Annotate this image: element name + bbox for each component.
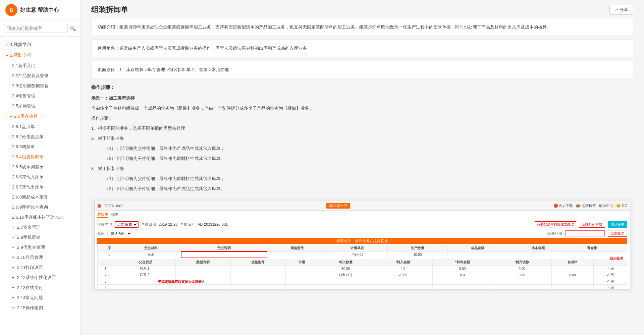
step3: 3、对于拆装业务 [91,164,633,173]
intro-block-1: 功能介绍：组装拆卸单用来处理企业组装或拆卸等加工业务，支持有固定装配清单的产品加… [91,18,633,36]
search-icon[interactable]: 🔍 [70,25,76,32]
screenshot-container: ⬤ TEST-H002 冻晶霜一方 🔴 App下载 📦 运营检查 帮助中心 😊 … [91,198,633,292]
sidebar-item-video[interactable]: + 1.视频学习 [0,39,80,50]
content-area: 功能介绍：组装拆卸单用来处理企业组装或拆卸等加工业务，支持有固定装配清单的产品加… [80,18,644,335]
step2: 2、对于组装业务 [91,134,633,143]
step2-2: （2）下部明细为子件明细，最终作为原材料生成其它出库单。 [105,154,633,163]
sidebar-item-264[interactable]: 2.6.4组装拆卸单 [0,152,80,162]
sidebar-item-210[interactable]: + 2.10经营管理 [0,253,80,263]
step3-1: （1）上部明细为父件明细，最终作为原材料生成其它出库单； [105,174,633,183]
sim-apply-btn[interactable]: 立案处理 [608,230,627,237]
minus-icon: − [5,53,8,58]
sim-table-bottom: +父交货品数据列明规格型号计量料入数量*料入金额*料出金额*赠用次数如期M 1联… [97,259,627,289]
ann-label-3: 启用处理 [610,256,623,261]
sidebar-item-2610[interactable]: 2.6.10库存账本错了怎么办 [0,212,80,222]
sim-confirm-btn[interactable]: 确认存单 [608,221,627,228]
sidebar-item-268[interactable]: 2.6.8商品成本重算 [0,192,80,202]
sim-business-type[interactable]: 组装 拆卸 [115,221,139,228]
logo-area: 6 好生意 帮助中心 [0,0,80,20]
sidebar-item-26[interactable]: − 2.6库存核算 [0,111,80,122]
main-header: 组装拆卸单 ↗ 分享 [80,0,644,18]
sim-topbar: ⬤ TEST-H002 冻晶霜一方 🔴 App下载 📦 运营检查 帮助中心 😊 … [95,201,630,211]
sidebar-item-21[interactable]: 2.1新手入门 [0,61,80,71]
sidebar-item-29[interactable]: + 2.9优惠券管理 [0,242,80,253]
sidebar-item-23[interactable]: 2.3使用前数据准备 [0,81,80,91]
sidebar-item-22[interactable]: 2.2产品安装及登录 [0,71,80,81]
scene1-title: 场景一：加工类型选择 [91,94,633,103]
ann-label-1: 有装配清单的在这里处理 [535,221,576,227]
main-panel: 组装拆卸单 ↗ 分享 功能介绍：组装拆卸单用来处理企业组装或拆卸等加工业务，支持… [80,0,644,335]
sidebar-item-263[interactable]: 2.6.3调拨单 [0,142,80,152]
sidebar-item-212[interactable]: + 2.12系统个性化设置 [0,273,80,283]
sim-table-top: 序父交材料父交说明规格型号计量单位生产数量成品金额成本金额可仓量 1 米术 个(… [97,245,627,258]
sidebar-item-27[interactable]: + 2.7资金管理 [0,222,80,232]
sidebar-item-docs[interactable]: − 2.帮助文档 [0,50,80,61]
sidebar-item-215[interactable]: + 2.15操作案例 [0,303,80,313]
sim-tab-active: 新建单 [97,212,108,218]
sidebar-item-28[interactable]: + 2.8手机旺铺 [0,232,80,242]
sim-warehouse[interactable]: 默认仓库 [107,231,132,236]
sim-select-bill-btn[interactable]: 选择拆卸单据 [579,221,605,228]
ops-title: 操作步骤： [91,114,633,123]
sim-warehouse-use[interactable] [565,230,605,236]
steps-title: 操作步骤： [91,85,633,91]
logo-icon: 6 [5,4,17,16]
sim-tab-list: 列表 [111,212,118,217]
sim-type-toggle-bar: 组装业务、拆卸业务在这里切换 [97,238,627,244]
scene1-desc: 当由多个子件材料组装成一个成品的业务为【组装】业务，当由一个父件拆分成多个子产品… [91,104,633,113]
sidebar-nav: + 1.视频学习 − 2.帮助文档 2.1新手入门 2.2产品安装及登录 2.3… [0,37,80,335]
sim-org-badge: 冻晶霜一方 [326,203,350,209]
sidebar-item-211[interactable]: + 2.11打印设置 [0,263,80,273]
sim-form-row2: 仓库 默认仓库 仓储品用 立案处理 [95,229,630,238]
minus-icon-26: − [9,114,12,119]
step1: 1、根据不同的业务，选择不同单据的类型来处理 [91,124,633,133]
step3-2: （2）下部明细为子件明细，最终作为产成品生成其它入库单。 [105,184,633,193]
sidebar-item-214[interactable]: + 2.14常见问题 [0,293,80,303]
sidebar-item-269[interactable]: 2.6.9库存账本查询 [0,202,80,212]
step2-1: （1）上部明细为父件明细，最终作为产成品生成其它入库单； [105,144,633,153]
intro-block-2: 使用角色：通常由生产人员或库管人员完成拆装业务的操作，库管人员确认原材料的出库和… [91,39,633,57]
sidebar-item-25[interactable]: 2.5采购管理 [0,101,80,111]
share-icon: ↗ [614,7,618,12]
screenshot-image: ⬤ TEST-H002 冻晶霜一方 🔴 App下载 📦 运营检查 帮助中心 😊 … [92,198,633,292]
sidebar-item-261[interactable]: 2.6.1盘点单 [0,122,80,132]
sidebar-item-265[interactable]: 2.6.5成本调整单 [0,162,80,172]
sidebar-item-24[interactable]: 2.4销售管理 [0,91,80,101]
logo-text: 好生意 帮助中心 [20,7,59,14]
page-title: 组装拆卸单 [91,5,128,15]
sidebar-item-213[interactable]: + 2.13在线支付 [0,283,80,293]
sidebar: 6 好生意 帮助中心 🔍 + 1.视频学习 − 2.帮助文档 2.1新手入门 2… [0,0,80,335]
sim-td-input[interactable] [214,253,234,257]
search-box: 🔍 [0,20,80,37]
path-block: 页面路径：1、库存核算->库存管理->组装拆卸单 2、首页->常用功能 [91,61,633,78]
sidebar-item-266[interactable]: 2.6.6其他入库单 [0,172,80,182]
search-input[interactable] [4,24,68,33]
ann-label-4: ↑ 无固定清单可以直接在这里录入 [155,280,205,284]
share-button[interactable]: ↗ 分享 [609,5,633,15]
sim-form-row1: 业务类型 组装 拆卸 单据日期 2019-12-26 单据编号 AD-20191… [95,220,630,229]
sidebar-item-267[interactable]: 2.6.7其他出库单 [0,182,80,192]
plus-icon: + [5,42,8,47]
sidebar-item-262[interactable]: 2.6.2分量盘点单 [0,132,80,142]
